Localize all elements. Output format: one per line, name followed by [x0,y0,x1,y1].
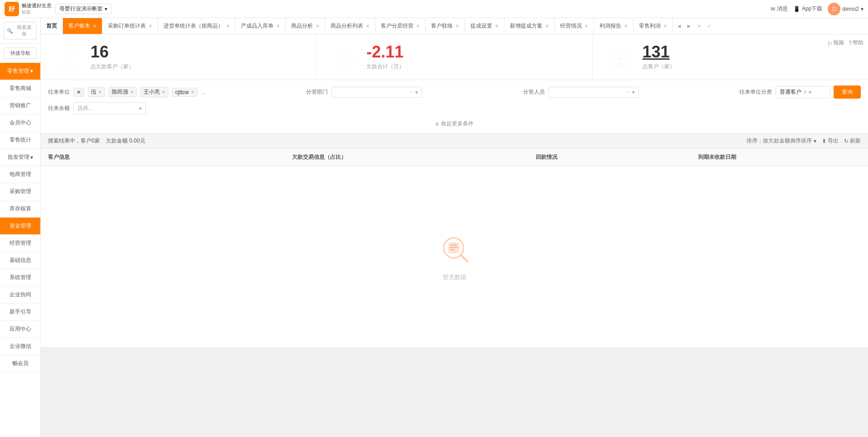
sidebar-item-enterprise-wechat[interactable]: 企业微信 [0,338,40,355]
tab-product-analysis-list[interactable]: 商品分析列表 ✕ [325,18,375,34]
sidebar-item-member-center[interactable]: 会员中心 [0,114,40,132]
sidebar-item-finance[interactable]: 资金管理 [0,218,40,235]
main-content: ¥ 16 总欠款客户（家） -2.11 欠款合计（万） [41,34,868,437]
chevron-down-icon-person: ▾ [632,89,635,95]
app-download-btn[interactable]: 📱 App下载 [793,5,822,13]
sidebar-item-new-guide[interactable]: 新手引导 [0,304,40,321]
remove-tag-chen[interactable]: ✕ [130,90,134,95]
top-bar-right: ✉ 消息 📱 App下载 D demo2 ▾ [771,3,863,15]
filter-more-btn[interactable]: ... [201,89,206,95]
close-tab-icon-4[interactable]: ✕ [276,24,280,28]
filter-tag-cjttcw: cjttcw ✕ [172,88,197,97]
filter-person-label: 分管人员 [523,88,545,96]
person-select[interactable]: ··· ▾ [548,87,639,98]
nav-close-all[interactable]: ✕ [695,22,704,31]
result-actions: 排序：按欠款金额倒序排序 ▾ ⬆ 导出 ↻ 刷新 [747,137,861,145]
filter-area: 往来单位 ✕ 伍 ✕ 陈民强 ✕ 王小亮 ✕ cjttcw ✕ ... 分 [41,80,868,133]
remove-tag-wu[interactable]: ✕ [98,90,102,95]
department-select[interactable]: ··· ▾ [331,87,422,98]
close-tab-icon-2[interactable]: ✕ [149,24,152,28]
collapse-filter-btn[interactable]: ∧ 收起更多条件 [435,120,474,128]
unit-class-select[interactable]: 普通客户 ✕ ▾ [776,86,830,98]
close-tab-icon-12[interactable]: ✕ [624,24,628,28]
svg-rect-13 [448,242,459,253]
sidebar-item-purchase-mgmt[interactable]: 采购管理 [0,183,40,200]
result-info: 搜索结果中，客户0家 欠款金额 0.00元 [48,137,145,145]
close-tab-icon[interactable]: ✕ [93,24,96,28]
sidebar-item-basic-info[interactable]: 基础信息 [0,252,40,269]
sort-select[interactable]: 排序：按欠款金额倒序排序 ▾ [747,137,816,145]
stat-label-total-customers: 总客户（家） [643,63,675,71]
sidebar-item-ecommerce[interactable]: 电商管理 [0,166,40,183]
chevron-up-icon: ∧ [435,121,439,127]
filter-balance-label: 往来余额 [48,104,70,112]
logo-area[interactable]: 好 畅捷通好生意 标版 [5,2,52,16]
sidebar-item-retail-stats[interactable]: 零售统计 [0,132,40,149]
tab-product-analysis[interactable]: 商品分析 ✕ [286,18,325,34]
sidebar-item-retail-mall[interactable]: 零售商城 [0,80,40,97]
close-tab-icon-3[interactable]: ✕ [226,24,230,28]
help-btn[interactable]: ? 帮助 [849,39,863,47]
stat-values-2: -2.11 欠款合计（万） [366,44,404,71]
close-tab-icon-6[interactable]: ✕ [366,24,369,28]
stat-icon-building [606,43,633,71]
sidebar-item-wholesale-mgmt[interactable]: 批发管理 ▾ [0,149,40,166]
top-bar: 好 畅捷通好生意 标版 母婴行业演示帐套 ▾ ✉ 消息 📱 App下载 D de… [0,0,868,18]
video-btn[interactable]: ▷ 视频 [828,39,844,47]
close-tab-icon-11[interactable]: ✕ [585,24,588,28]
tab-new-promo[interactable]: 新增提成方案 ✕ [504,18,555,34]
close-tab-icon-13[interactable]: ✕ [663,24,667,28]
nav-expand[interactable]: ⤢ [705,22,714,31]
quick-nav-btn[interactable]: 快捷导航 [4,48,37,59]
svg-rect-6 [623,51,627,54]
account-selector[interactable]: 母婴行业演示帐套 ▾ [55,4,111,14]
message-btn[interactable]: ✉ 消息 [771,5,788,13]
stat-label-debt-customers: 总欠款客户（家） [91,63,134,71]
tab-customer-tier[interactable]: 客户分层经营 ✕ [375,18,426,34]
svg-text:¥: ¥ [64,50,72,64]
search-menu-btn[interactable]: 🔍 搜索菜单 [4,22,37,40]
sidebar-item-business-mgmt[interactable]: 经营管理 [0,235,40,252]
query-button[interactable]: 查询 [834,86,861,99]
tab-customer-connect[interactable]: 客户联络 ✕ [426,18,465,34]
tab-promo-settings[interactable]: 提成设置 ✕ [465,18,504,34]
sidebar-item-marketing[interactable]: 营销推广 [0,97,40,114]
logo-subtitle: 标版 [22,9,52,15]
user-menu[interactable]: D demo2 ▾ [828,3,863,15]
tab-accounts[interactable]: 客户账本 ✕ [63,18,102,34]
tab-purchase-orders[interactable]: 采购订单统计表 ✕ [102,18,158,34]
tab-profit-report[interactable]: 利润报告 ✕ [594,18,633,34]
sidebar-item-system-mgmt[interactable]: 系统管理 [0,269,40,286]
tab-cost-entry[interactable]: 产成品入库单 ✕ [235,18,286,34]
tab-stock-stats[interactable]: 进货单统计表（按商品） ✕ [158,18,235,34]
close-tab-icon-8[interactable]: ✕ [456,24,459,28]
remove-tag-common[interactable]: ✕ [803,90,807,95]
sidebar-item-vip-member[interactable]: 畅会员 [0,355,40,372]
sidebar-item-inventory[interactable]: 库存核算 [0,200,40,218]
remove-tag-cjttcw[interactable]: ✕ [191,90,194,95]
sidebar-item-app-center[interactable]: 应用中心 [0,321,40,338]
logo-text-block: 畅捷通好生意 标版 [22,2,52,15]
close-tab-icon-5[interactable]: ✕ [316,24,319,28]
filter-tag-unit-x: ✕ [73,88,84,97]
stat-card-total-customers: 131 总客户（家） ▷ 视频 ? 帮助 [593,34,868,80]
remove-tag-wang[interactable]: ✕ [162,90,165,95]
help-icon: ? [849,40,852,46]
result-bar: 搜索结果中，客户0家 欠款金额 0.00元 排序：按欠款金额倒序排序 ▾ ⬆ 导… [41,133,868,149]
refresh-btn[interactable]: ↻ 刷新 [844,137,861,145]
export-btn[interactable]: ⬆ 导出 [822,137,839,145]
close-tab-icon-7[interactable]: ✕ [416,24,420,28]
balance-select[interactable]: 选择... ▾ [73,102,146,114]
table-header: 客户信息 欠款交易信息（占比） 回款情况 到期未收款日期 [41,149,868,166]
chevron-icon: ▾ [30,68,33,74]
sidebar-item-retail-mgmt[interactable]: 零售管理 ▾ [0,63,40,80]
tab-retail-profit[interactable]: 零售利润 ✕ [633,18,673,34]
close-tab-icon-9[interactable]: ✕ [495,24,499,28]
sidebar-item-enterprise-collab[interactable]: 企业协同 [0,286,40,304]
tab-business[interactable]: 经营情况 ✕ [555,18,594,34]
nav-next-arrow[interactable]: ▶ [685,22,694,31]
close-tab-icon-10[interactable]: ✕ [545,24,549,28]
empty-icon [436,232,473,268]
tab-home[interactable]: 首页 [41,18,63,34]
nav-prev-arrow[interactable]: ◀ [675,22,684,31]
